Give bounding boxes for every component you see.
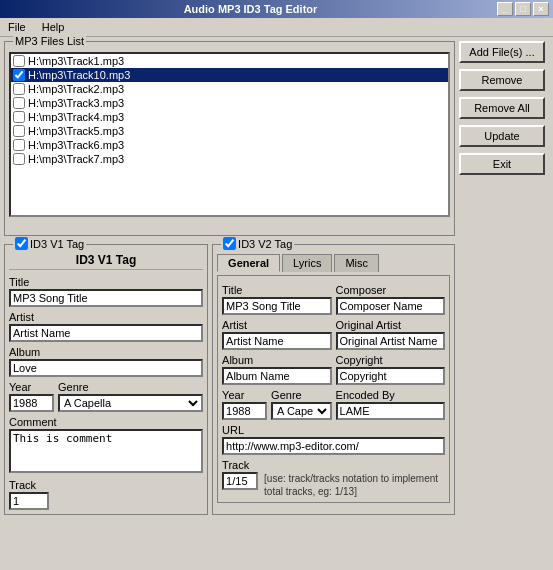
file-checkbox-0[interactable] — [13, 55, 25, 67]
tab-lyrics[interactable]: Lyrics — [282, 254, 332, 272]
id3v2-panel-title: ID3 V2 Tag — [221, 237, 294, 250]
list-item[interactable]: H:\mp3\Track5.mp3 — [11, 124, 448, 138]
id3v2-title-label: ID3 V2 Tag — [238, 238, 292, 250]
menu-help[interactable]: Help — [38, 20, 69, 34]
v2-artist-input[interactable] — [222, 332, 331, 350]
remove-all-button[interactable]: Remove All — [459, 97, 545, 119]
list-item[interactable]: H:\mp3\Track1.mp3 — [11, 54, 448, 68]
file-checkbox-7[interactable] — [13, 153, 25, 165]
artist-input[interactable] — [9, 324, 203, 342]
track-input[interactable] — [9, 492, 49, 510]
v2-album-label: Album — [222, 354, 331, 366]
id3v1-panel: ID3 V1 Tag ID3 V1 Tag Title Artist Album… — [4, 244, 208, 515]
file-list-label: MP3 Files List — [13, 35, 86, 47]
v2-genre-label: Genre — [271, 389, 331, 401]
id3v1-enable-checkbox[interactable] — [15, 237, 28, 250]
remove-button[interactable]: Remove — [459, 69, 545, 91]
v2-year-input[interactable] — [222, 402, 267, 420]
v2-copyright-label: Copyright — [336, 354, 445, 366]
file-listbox[interactable]: H:\mp3\Track1.mp3 H:\mp3\Track10.mp3 H:\… — [9, 52, 450, 217]
list-item[interactable]: H:\mp3\Track2.mp3 — [11, 82, 448, 96]
title-input[interactable] — [9, 289, 203, 307]
title-col: Title — [222, 280, 331, 315]
genre-select[interactable]: A Capella — [58, 394, 203, 412]
file-checkbox-4[interactable] — [13, 111, 25, 123]
tab-general[interactable]: General — [217, 254, 280, 272]
close-button[interactable]: × — [533, 2, 549, 16]
v2-album-input[interactable] — [222, 367, 331, 385]
comment-textarea[interactable] — [9, 429, 203, 473]
year-input[interactable] — [9, 394, 54, 412]
comment-label: Comment — [9, 416, 203, 428]
v2-orig-artist-input[interactable] — [336, 332, 445, 350]
list-item[interactable]: H:\mp3\Track7.mp3 — [11, 152, 448, 166]
file-list-group: MP3 Files List H:\mp3\Track1.mp3 H:\mp3\… — [4, 41, 455, 236]
window-title: Audio MP3 ID3 Tag Editor — [4, 3, 497, 15]
list-item[interactable]: H:\mp3\Track3.mp3 — [11, 96, 448, 110]
window-controls[interactable]: _ □ × — [497, 2, 549, 16]
add-file-button[interactable]: Add File(s) ... — [459, 41, 545, 63]
v2-encoded-by-label: Encoded By — [336, 389, 445, 401]
track-hint: [use: track/tracks notation to implement… — [264, 472, 445, 498]
title-bar: Audio MP3 ID3 Tag Editor _ □ × — [0, 0, 553, 18]
list-item[interactable]: H:\mp3\Track6.mp3 — [11, 138, 448, 152]
tab-misc[interactable]: Misc — [334, 254, 379, 272]
genre-group: Genre A Capella — [58, 377, 203, 412]
year-label: Year — [9, 381, 54, 393]
file-checkbox-1[interactable] — [13, 69, 25, 81]
v2-genre-select[interactable]: A Capella — [271, 402, 331, 420]
id3v2-tabs: General Lyrics Misc — [217, 253, 450, 271]
year-genre-row: Year Genre A Capella — [9, 377, 203, 412]
v2-artist-col: Artist — [222, 315, 331, 350]
id3v2-panel: ID3 V2 Tag General Lyrics Misc Title — [212, 244, 455, 515]
file-name-0: H:\mp3\Track1.mp3 — [28, 55, 124, 67]
album-label: Album — [9, 346, 203, 358]
v2-url-input[interactable] — [222, 437, 445, 455]
list-item[interactable]: H:\mp3\Track10.mp3 — [11, 68, 448, 82]
title-label: Title — [9, 276, 203, 288]
v2-title-input[interactable] — [222, 297, 331, 315]
main-content: MP3 Files List H:\mp3\Track1.mp3 H:\mp3\… — [0, 37, 553, 519]
orig-artist-col: Original Artist — [336, 315, 445, 350]
v2-artist-label: Artist — [222, 319, 331, 331]
file-checkbox-3[interactable] — [13, 97, 25, 109]
file-name-3: H:\mp3\Track3.mp3 — [28, 97, 124, 109]
artist-orig-row: Artist Original Artist — [222, 315, 445, 350]
album-input[interactable] — [9, 359, 203, 377]
v2-track-label: Track — [222, 459, 445, 471]
menu-file[interactable]: File — [4, 20, 30, 34]
file-checkbox-2[interactable] — [13, 83, 25, 95]
exit-button[interactable]: Exit — [459, 153, 545, 175]
id3v1-heading: ID3 V1 Tag — [9, 253, 203, 270]
file-name-6: H:\mp3\Track6.mp3 — [28, 139, 124, 151]
left-panel: MP3 Files List H:\mp3\Track1.mp3 H:\mp3\… — [4, 41, 455, 515]
composer-col: Composer — [336, 280, 445, 315]
id3v1-panel-title: ID3 V1 Tag — [13, 237, 86, 250]
v2-year-group: Year — [222, 385, 267, 420]
maximize-button[interactable]: □ — [515, 2, 531, 16]
file-name-4: H:\mp3\Track4.mp3 — [28, 111, 124, 123]
v2-encoded-by-input[interactable] — [336, 402, 445, 420]
right-panel: Add File(s) ... Remove Remove All Update… — [459, 41, 549, 515]
track-label: Track — [9, 479, 203, 491]
file-name-2: H:\mp3\Track2.mp3 — [28, 83, 124, 95]
tag-section: ID3 V1 Tag ID3 V1 Tag Title Artist Album… — [4, 244, 455, 515]
v2-url-label: URL — [222, 424, 445, 436]
v2-album-col: Album — [222, 350, 331, 385]
file-checkbox-6[interactable] — [13, 139, 25, 151]
v2-composer-input[interactable] — [336, 297, 445, 315]
v2-track-input[interactable] — [222, 472, 258, 490]
v2-orig-artist-label: Original Artist — [336, 319, 445, 331]
file-checkbox-5[interactable] — [13, 125, 25, 137]
minimize-button[interactable]: _ — [497, 2, 513, 16]
encoded-by-col: Encoded By — [336, 385, 445, 420]
update-button[interactable]: Update — [459, 125, 545, 147]
track-row: [use: track/tracks notation to implement… — [222, 472, 445, 498]
list-item[interactable]: H:\mp3\Track4.mp3 — [11, 110, 448, 124]
genre-label: Genre — [58, 381, 203, 393]
v2-copyright-input[interactable] — [336, 367, 445, 385]
year-genre-encoded-row: Year Genre A Capella — [222, 385, 445, 420]
year-group: Year — [9, 377, 54, 412]
id3v2-enable-checkbox[interactable] — [223, 237, 236, 250]
v2-year-label: Year — [222, 389, 267, 401]
